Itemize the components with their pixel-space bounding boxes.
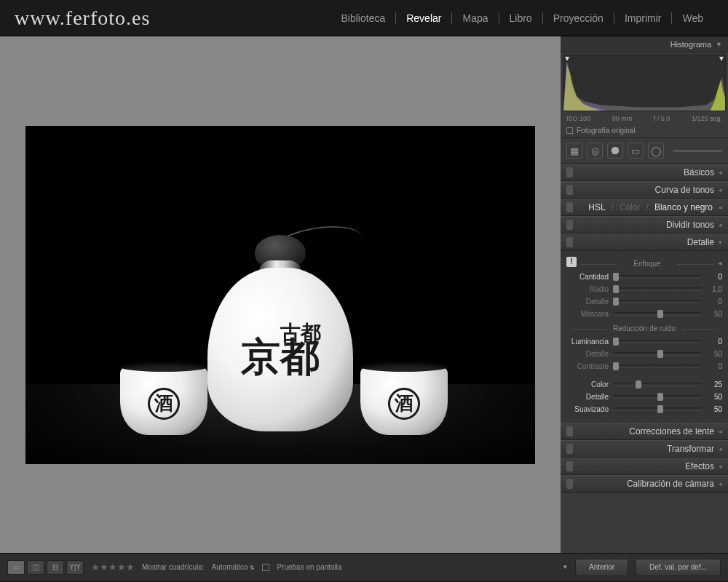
slider-radio[interactable]: Radio1,0	[566, 283, 722, 295]
grid-select[interactable]: Automático ⇅	[212, 563, 256, 571]
right-panel: Histograma▼ ISO 10090 mmf / 5.01/125 seg…	[561, 36, 728, 553]
svg-marker-0	[565, 57, 569, 61]
default-button[interactable]: Def. val. por def...	[636, 559, 721, 576]
section-lente[interactable]: Correcciones de lente◂	[561, 423, 728, 440]
grid-label: Mostrar cuadrícula:	[142, 563, 205, 571]
histogram-header[interactable]: Histograma▼	[561, 36, 728, 52]
radial-tool[interactable]: ◯	[648, 143, 664, 159]
enfoque-header: Enfoque	[577, 260, 718, 268]
module-tabs: Biblioteca Revelar Mapa Libro Proyección…	[331, 12, 713, 24]
slider-luminancia[interactable]: Luminancia0	[566, 335, 722, 348]
section-curva[interactable]: Curva de tonos◂	[561, 181, 728, 199]
detail-panel: ! Enfoque ◂ Cantidad0 Radio1,0 Detalle0 …	[561, 251, 728, 423]
tool-slider[interactable]	[673, 150, 722, 152]
zoom-warning-icon[interactable]: !	[566, 257, 577, 267]
slider-detalle2[interactable]: Detalle50	[566, 348, 722, 360]
section-basicos[interactable]: Básicos◂	[561, 164, 728, 181]
filmstrip-toggle[interactable]: ▼	[562, 564, 568, 570]
section-calibracion[interactable]: Calibración de cámara◂	[561, 475, 728, 493]
section-efectos[interactable]: Efectos◂	[561, 458, 728, 475]
crop-tool[interactable]: ▦	[566, 143, 582, 159]
cup-left-char: 酒	[148, 388, 180, 420]
proof-checkbox[interactable]	[262, 564, 269, 571]
view-yy[interactable]: Y|Y	[66, 560, 84, 575]
photo-preview[interactable]: 古都 京都 酒 酒	[25, 126, 535, 464]
spot-tool[interactable]: ◎	[587, 143, 603, 159]
section-detalle[interactable]: Detalle▾	[561, 234, 728, 251]
svg-marker-1	[719, 57, 724, 61]
slider-contraste[interactable]: Contraste0	[566, 360, 722, 372]
proof-label: Pruebas en pantalla	[277, 563, 341, 571]
bottom-toolbar: ▭ ◫ ⊟ Y|Y ★★★★★ Mostrar cuadrícula: Auto…	[0, 553, 728, 581]
cup-right-char: 酒	[388, 388, 420, 420]
grad-tool[interactable]: ▭	[628, 143, 644, 159]
reduccion-header: Reducción de ruido	[566, 324, 722, 332]
histogram-meta: ISO 10090 mmf / 5.01/125 seg.	[561, 113, 728, 124]
logo: www.ferfoto.es	[15, 7, 150, 30]
view-before-after-h[interactable]: ◫	[27, 560, 44, 575]
slider-detalle1[interactable]: Detalle0	[566, 295, 722, 308]
histogram[interactable]	[563, 55, 726, 111]
tab-web[interactable]: Web	[672, 12, 713, 24]
slider-detalle3[interactable]: Detalle50	[566, 391, 722, 403]
original-toggle[interactable]: Fotografía original	[561, 124, 728, 138]
section-transformar[interactable]: Transformar◂	[561, 440, 728, 458]
slider-color[interactable]: Color25	[566, 378, 722, 391]
tab-imprimir[interactable]: Imprimir	[614, 12, 673, 24]
anterior-button[interactable]: Anterior	[575, 559, 628, 576]
slider-cantidad[interactable]: Cantidad0	[566, 271, 722, 283]
tool-row: ▦ ◎ ▭ ◯	[561, 138, 728, 164]
tab-biblioteca[interactable]: Biblioteca	[331, 12, 397, 24]
tab-mapa[interactable]: Mapa	[452, 12, 499, 24]
redeye-tool[interactable]	[607, 143, 623, 159]
section-hsl[interactable]: HSL / Color / Blanco y negro ◂	[561, 199, 728, 216]
view-loupe[interactable]: ▭	[7, 560, 25, 575]
tab-libro[interactable]: Libro	[499, 12, 543, 24]
slider-suavizado[interactable]: Suavizado50	[566, 403, 722, 415]
tab-revelar[interactable]: Revelar	[396, 12, 452, 24]
rating-stars[interactable]: ★★★★★	[91, 562, 135, 573]
bottle-text-main: 京都	[241, 335, 320, 378]
slider-mascara[interactable]: Máscara50	[566, 308, 722, 320]
tab-proyeccion[interactable]: Proyección	[543, 12, 614, 24]
view-before-after-v[interactable]: ⊟	[47, 560, 64, 575]
section-split[interactable]: Dividir tonos◂	[561, 216, 728, 234]
canvas-area[interactable]: 古都 京都 酒 酒	[0, 36, 561, 553]
